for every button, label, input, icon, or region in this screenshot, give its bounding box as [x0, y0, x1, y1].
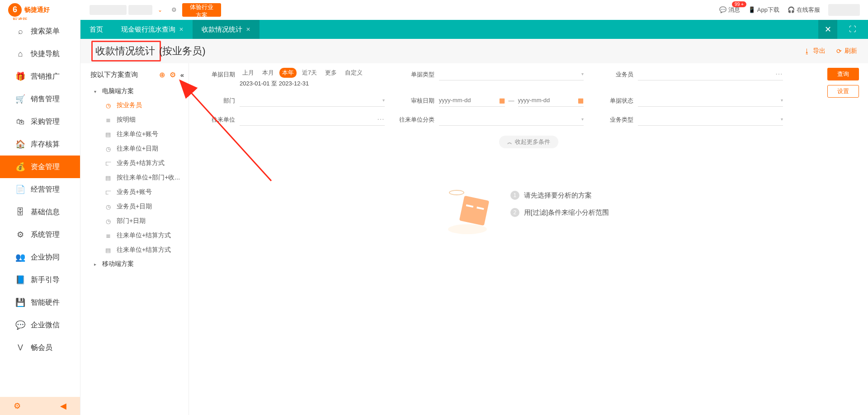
date-range-option[interactable]: 上月	[240, 68, 257, 78]
nav-item[interactable]: 📄经营管理	[0, 178, 80, 201]
collapse-filters-button[interactable]: ︽ 收起更多条件	[499, 136, 558, 148]
messages-badge: 99 +	[732, 1, 746, 7]
nav-item[interactable]: ⌂快捷导航	[0, 42, 80, 65]
nav-item-label: 基础信息	[31, 208, 60, 217]
doc-type-select[interactable]: ▾	[439, 68, 584, 80]
tab-close-icon[interactable]: ✕	[179, 26, 184, 33]
tab[interactable]: 收款情况统计✕	[193, 20, 259, 39]
salesman-select[interactable]: ⋯	[638, 68, 783, 80]
doc-status-select[interactable]: ▾	[638, 94, 783, 107]
refresh-label: 刷新	[844, 47, 857, 55]
scheme-collapse-icon[interactable]: «	[180, 71, 184, 79]
scheme-node[interactable]: ◷按业务员	[88, 98, 187, 113]
nav-item[interactable]: 🛍采购管理	[0, 110, 80, 133]
biz-type-label: 业务类型	[596, 113, 638, 124]
partner-cat-select[interactable]: ▾	[439, 113, 584, 126]
scheme-node[interactable]: ⫍业务员+结算方式	[88, 156, 187, 170]
nav-settings-icon[interactable]: ⚙	[14, 401, 21, 411]
nav-item-label: 销售管理	[31, 94, 60, 104]
scheme-node-icon: ◷	[104, 203, 112, 210]
support-button[interactable]: 🎧 在线客服	[788, 6, 820, 14]
calendar-icon[interactable]: ▦	[578, 97, 584, 104]
tab-close-icon[interactable]: ✕	[246, 26, 250, 33]
try-solution-button[interactable]: 体验行业方案	[182, 3, 221, 17]
nav-item[interactable]: 💰资金管理	[0, 156, 80, 178]
scheme-panel-title: 按以下方案查询	[90, 71, 138, 79]
nav-item-icon: ⚙	[15, 230, 25, 240]
scheme-node[interactable]: ▤往来单位+账号	[88, 127, 187, 141]
audit-date-label: 审核日期	[397, 94, 439, 105]
nav-item-label: 企业微信	[31, 321, 60, 330]
nav-item[interactable]: 💾智能硬件	[0, 291, 80, 314]
date-range-option[interactable]: 本月	[259, 68, 277, 78]
nav-item-label: 新手引导	[31, 275, 60, 285]
scheme-node[interactable]: ⫍业务员+账号	[88, 185, 187, 199]
nav-item-icon: ⌂	[15, 49, 25, 59]
partner-select[interactable]: ⋯	[240, 113, 385, 126]
messages-button[interactable]: 💬 消息 99 +	[719, 6, 740, 14]
app-download-button[interactable]: 📱 App下载	[748, 6, 779, 14]
field-partner-category: 往来单位分类 ▾	[397, 113, 584, 126]
scheme-node-label: 往来单位+结算方式	[117, 231, 171, 240]
scheme-node-label: 按业务员	[117, 101, 142, 109]
scheme-node[interactable]: ▤按往来单位+部门+收...	[88, 170, 187, 185]
field-salesman: 业务员 ⋯	[596, 68, 783, 80]
caret-icon: ▸	[94, 262, 99, 267]
nav-item[interactable]: 🗄基础信息	[0, 201, 80, 223]
date-range-option[interactable]: 本年	[279, 68, 297, 78]
scheme-settings-icon[interactable]: ⚙	[170, 71, 176, 79]
nav-item-icon: 🛒	[15, 94, 25, 104]
scheme-node[interactable]: ◷业务员+日期	[88, 199, 187, 214]
field-doc-date: 单据日期 上月本月本年近7天更多自定义 2023-01-01 至 2023-12…	[198, 68, 385, 88]
scheme-node-label: 按明细	[117, 116, 136, 124]
scheme-node[interactable]: ≣按明细	[88, 113, 187, 127]
nav-item[interactable]: 💬企业微信	[0, 314, 80, 336]
partner-cat-label: 往来单位分类	[397, 113, 439, 124]
scheme-node[interactable]: ≣往来单位+结算方式	[88, 228, 187, 243]
export-button[interactable]: ⭳ 导出	[804, 47, 826, 55]
fullscreen-icon[interactable]: ⛶	[844, 25, 861, 33]
nav-item-icon: 🏠	[15, 139, 25, 149]
filter-area: 单据日期 上月本月本年近7天更多自定义 2023-01-01 至 2023-12…	[189, 63, 868, 415]
nav-item[interactable]: 📘新手引导	[0, 269, 80, 291]
tab-close-button[interactable]: ✕	[818, 20, 837, 39]
biz-type-select[interactable]: ▾	[638, 113, 783, 126]
scheme-node-label: 部门+日期	[117, 217, 146, 225]
org-dropdown-icon[interactable]: ⌄	[154, 7, 166, 13]
step-2: 2用[过滤]条件来缩小分析范围	[510, 208, 609, 217]
settings-button[interactable]: 设置	[827, 85, 859, 98]
nav-item[interactable]: 🎁营销推广	[0, 65, 80, 88]
query-button[interactable]: 查询	[827, 68, 859, 80]
calendar-icon[interactable]: ▦	[499, 97, 505, 104]
user-avatar-obscured[interactable]	[828, 4, 860, 16]
scheme-add-icon[interactable]: ⊕	[159, 71, 165, 79]
date-range-option[interactable]: 近7天	[299, 68, 320, 78]
org-settings-icon[interactable]: ⚙	[168, 6, 180, 13]
nav-item[interactable]: V畅会员	[0, 336, 80, 359]
nav-item[interactable]: 🏠库存核算	[0, 133, 80, 156]
audit-date-to-input[interactable]	[518, 97, 578, 104]
tab[interactable]: 首页	[80, 20, 112, 39]
nav-item[interactable]: 🛒销售管理	[0, 88, 80, 110]
nav-item[interactable]: ⌕搜索菜单	[0, 20, 80, 42]
scheme-group-label: 移动端方案	[102, 260, 134, 268]
tab[interactable]: 现金银行流水查询✕	[112, 20, 193, 39]
scheme-node[interactable]: ◷往来单位+日期	[88, 141, 187, 156]
scheme-node-icon: ▤	[104, 174, 112, 181]
nav-collapse-icon[interactable]: ◀	[60, 401, 66, 411]
audit-date-from-input[interactable]	[439, 97, 499, 104]
nav-item[interactable]: ⚙系统管理	[0, 223, 80, 246]
date-range-option[interactable]: 更多	[322, 68, 340, 78]
scheme-node[interactable]: ▤往来单位+结算方式	[88, 243, 187, 257]
scheme-node[interactable]: ◷部门+日期	[88, 214, 187, 228]
nav-item-icon: 🛍	[15, 117, 25, 127]
scheme-node-icon: ▤	[104, 131, 112, 138]
dept-select[interactable]: ▾	[240, 94, 385, 107]
scheme-group[interactable]: ▾电脑端方案	[88, 85, 187, 98]
nav-item[interactable]: 👥企业协同	[0, 246, 80, 269]
date-range-option[interactable]: 自定义	[342, 68, 365, 78]
page-title-suffix: (按业务员)	[159, 44, 206, 58]
scheme-group[interactable]: ▸移动端方案	[88, 257, 187, 271]
field-partner: 往来单位 ⋯	[198, 113, 385, 126]
refresh-button[interactable]: ⟳ 刷新	[836, 47, 857, 55]
